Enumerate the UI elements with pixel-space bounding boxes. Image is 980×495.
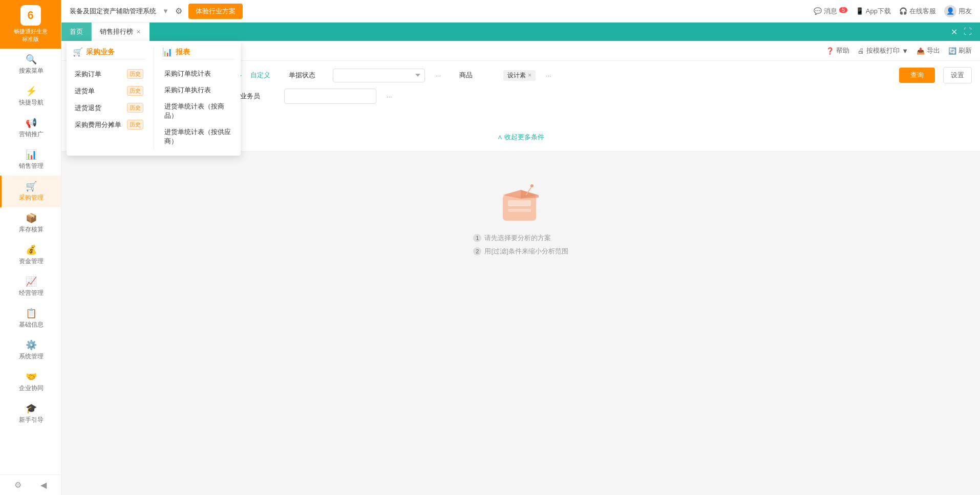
report-col: 📊 报表 采购订单统计表采购订单执行表进货单统计表（按商品）进货单统计表（按供应… (156, 47, 241, 149)
purchase-dropdown-menu: 🛒 采购业务 采购订单历史进货单历史进货退货历史采购费用分摊单历史 📊 报表 采… (67, 41, 241, 156)
purchase-menu-item[interactable]: 采购费用分摊单历史 (73, 116, 145, 133)
report-menu-item[interactable]: 进货单统计表（按供应商） (162, 124, 235, 149)
report-menu-item[interactable]: 采购订单统计表 (162, 66, 235, 82)
purchase-menu-item[interactable]: 进货单历史 (73, 82, 145, 99)
purchase-biz-title: 🛒 采购业务 (73, 47, 145, 59)
purchase-menu-item[interactable]: 进货退货历史 (73, 99, 145, 116)
report-menu-item[interactable]: 进货单统计表（按商品） (162, 98, 235, 124)
dropdown-divider (154, 47, 154, 149)
purchase-biz-icon: 🛒 (73, 47, 83, 57)
purchase-biz-col: 🛒 采购业务 采购订单历史进货单历史进货退货历史采购费用分摊单历史 (67, 47, 152, 149)
purchase-menu-item[interactable]: 采购订单历史 (73, 66, 145, 82)
history-badge: 历史 (127, 120, 143, 130)
report-icon: 📊 (162, 47, 173, 57)
history-badge: 历史 (127, 86, 143, 96)
history-badge: 历史 (127, 69, 143, 79)
report-col-title: 📊 报表 (162, 47, 235, 59)
report-menu-item[interactable]: 采购订单执行表 (162, 82, 235, 98)
history-badge: 历史 (127, 103, 143, 113)
